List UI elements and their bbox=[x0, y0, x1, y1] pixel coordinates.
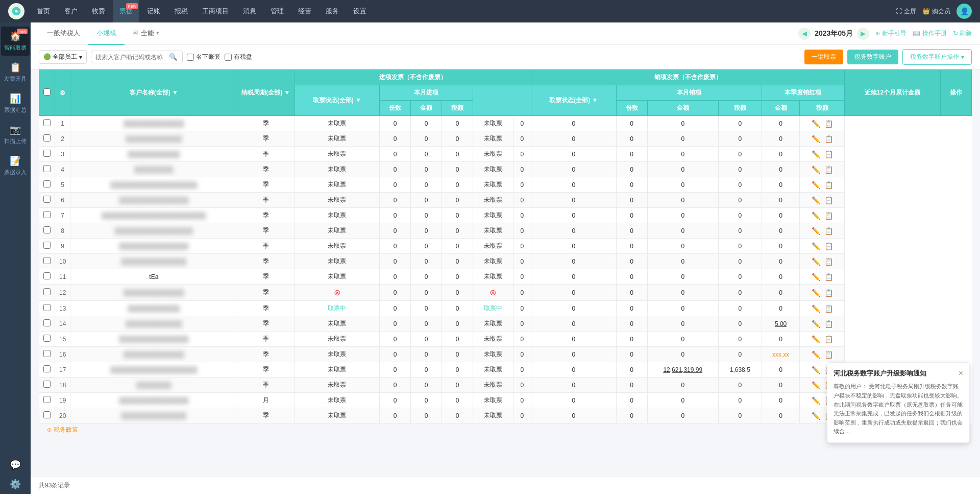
tax-account-ops-btn[interactable]: 税务数字账户操作 ▾ bbox=[902, 49, 972, 65]
filter-taxdisk-checkbox[interactable] bbox=[225, 54, 232, 61]
sidebar-item-invoice-entry[interactable]: 📝 票据录入 bbox=[1, 151, 30, 180]
th-out-status[interactable]: 取票状态(全部) ▼ bbox=[531, 85, 616, 116]
edit-icon[interactable]: ✏️ bbox=[812, 320, 820, 328]
edit-icon[interactable]: ✏️ bbox=[812, 366, 820, 374]
filter-account-label[interactable]: 名下账套 bbox=[187, 53, 220, 61]
nav-bookkeeping[interactable]: 记账 bbox=[141, 0, 166, 22]
fullscreen-btn[interactable]: ⛶ 全屏 bbox=[896, 7, 916, 16]
tab-all[interactable]: ♾ 全能 ▾ bbox=[125, 22, 167, 45]
new-guide-btn[interactable]: ⊕ 新手引导 bbox=[875, 29, 906, 38]
copy-icon[interactable]: 📋 bbox=[824, 211, 833, 220]
edit-icon[interactable]: ✏️ bbox=[812, 396, 820, 405]
popup-close-btn[interactable]: × bbox=[959, 369, 963, 378]
copy-icon[interactable]: 📋 bbox=[824, 289, 833, 297]
row-checkbox[interactable] bbox=[43, 335, 51, 342]
edit-icon[interactable]: ✏️ bbox=[812, 227, 820, 235]
th-in-status[interactable]: 取票状态(全部) ▼ bbox=[295, 85, 380, 116]
nav-message[interactable]: 消息 bbox=[237, 0, 262, 22]
edit-icon[interactable]: ✏️ bbox=[812, 412, 820, 420]
nav-manage[interactable]: 管理 bbox=[264, 0, 290, 22]
search-btn[interactable]: 🔍 bbox=[169, 53, 178, 61]
copy-icon[interactable]: 📋 bbox=[824, 181, 833, 189]
tab-general-taxpayer[interactable]: 一般纳税人 bbox=[39, 22, 88, 45]
nav-business[interactable]: 工商项目 bbox=[196, 0, 235, 22]
sidebar-item-chat[interactable]: 💬 bbox=[1, 455, 30, 475]
edit-icon[interactable]: ✏️ bbox=[812, 242, 820, 250]
row-checkbox[interactable] bbox=[43, 319, 51, 326]
employee-filter[interactable]: 🟢 全部员工 ▾ bbox=[39, 50, 87, 64]
row-checkbox[interactable] bbox=[43, 180, 51, 187]
row-checkbox[interactable] bbox=[43, 242, 51, 249]
row-checkbox[interactable] bbox=[43, 257, 51, 264]
copy-icon[interactable]: 📋 bbox=[824, 304, 833, 313]
edit-icon[interactable]: ✏️ bbox=[812, 381, 820, 389]
copy-icon[interactable]: 📋 bbox=[824, 335, 833, 343]
row-checkbox[interactable] bbox=[43, 211, 51, 218]
copy-icon[interactable]: 📋 bbox=[824, 196, 833, 204]
copy-icon[interactable]: 📋 bbox=[824, 120, 833, 128]
sidebar-item-scan-upload[interactable]: 📷 扫描上传 bbox=[1, 120, 30, 149]
th-customer-name[interactable]: 客户名称(全部) ▼ bbox=[70, 70, 237, 116]
sidebar-item-config[interactable]: ⚙️ bbox=[1, 475, 30, 494]
copy-icon[interactable]: 📋 bbox=[824, 320, 833, 328]
sidebar-item-invoice-summary[interactable]: 📊 票据汇总 bbox=[1, 89, 30, 118]
copy-icon[interactable]: 📋 bbox=[824, 227, 833, 235]
row-checkbox[interactable] bbox=[43, 119, 51, 126]
sidebar-item-smart-fetch[interactable]: 🏠 智能取票 new bbox=[1, 27, 30, 56]
row-checkbox[interactable] bbox=[43, 288, 51, 295]
operation-manual-btn[interactable]: 📖 操作手册 bbox=[913, 29, 946, 38]
row-checkbox[interactable] bbox=[43, 350, 51, 357]
row-checkbox[interactable] bbox=[43, 196, 51, 203]
edit-icon[interactable]: ✏️ bbox=[812, 181, 820, 189]
row-checkbox[interactable] bbox=[43, 365, 51, 372]
edit-icon[interactable]: ✏️ bbox=[812, 120, 820, 128]
filter-taxdisk-label[interactable]: 有税盘 bbox=[225, 53, 252, 61]
edit-icon[interactable]: ✏️ bbox=[812, 289, 820, 297]
nav-home[interactable]: 首页 bbox=[31, 0, 56, 22]
row-checkbox[interactable] bbox=[43, 165, 51, 172]
edit-icon[interactable]: ✏️ bbox=[812, 196, 820, 204]
nav-operation[interactable]: 经营 bbox=[292, 0, 317, 22]
search-input[interactable] bbox=[95, 54, 167, 61]
edit-icon[interactable]: ✏️ bbox=[812, 135, 820, 143]
next-month-btn[interactable]: ▶ bbox=[857, 28, 869, 40]
copy-icon[interactable]: 📋 bbox=[824, 242, 833, 250]
nav-customer[interactable]: 客户 bbox=[58, 0, 84, 22]
refresh-btn[interactable]: ↻ 刷新 bbox=[953, 29, 972, 38]
user-avatar[interactable]: 👤 bbox=[957, 4, 972, 19]
row-checkbox[interactable] bbox=[43, 226, 51, 233]
tax-account-btn[interactable]: 税务数字账户 bbox=[847, 50, 898, 64]
row-checkbox[interactable] bbox=[43, 411, 51, 418]
copy-icon[interactable]: 📋 bbox=[824, 150, 833, 158]
row-checkbox[interactable] bbox=[43, 396, 51, 403]
edit-icon[interactable]: ✏️ bbox=[812, 304, 820, 313]
edit-icon[interactable]: ✏️ bbox=[812, 166, 820, 174]
nav-invoice[interactable]: 票据new bbox=[113, 0, 139, 22]
edit-icon[interactable]: ✏️ bbox=[812, 335, 820, 343]
th-tax-cycle[interactable]: 纳税周期(全部) ▼ bbox=[237, 70, 295, 116]
copy-icon[interactable]: 📋 bbox=[824, 350, 833, 359]
edit-icon[interactable]: ✏️ bbox=[812, 273, 820, 281]
row-checkbox[interactable] bbox=[43, 304, 51, 311]
nav-billing[interactable]: 收费 bbox=[86, 0, 111, 22]
edit-icon[interactable]: ✏️ bbox=[812, 350, 820, 359]
member-btn[interactable]: 👑 购会员 bbox=[922, 7, 950, 16]
one-click-fetch-btn[interactable]: 一键取票 bbox=[804, 50, 843, 64]
edit-icon[interactable]: ✏️ bbox=[812, 257, 820, 266]
copy-icon[interactable]: 📋 bbox=[824, 257, 833, 266]
row-checkbox[interactable] bbox=[43, 272, 51, 279]
nav-settings[interactable]: 设置 bbox=[347, 0, 373, 22]
copy-icon[interactable]: 📋 bbox=[824, 273, 833, 281]
copy-icon[interactable]: 📋 bbox=[824, 135, 833, 143]
filter-account-checkbox[interactable] bbox=[187, 54, 194, 61]
tab-small-scale[interactable]: 小规模 bbox=[88, 22, 125, 45]
edit-icon[interactable]: ✏️ bbox=[812, 150, 820, 158]
row-checkbox[interactable] bbox=[43, 150, 51, 157]
edit-icon[interactable]: ✏️ bbox=[812, 211, 820, 220]
nav-service[interactable]: 服务 bbox=[320, 0, 345, 22]
row-checkbox[interactable] bbox=[43, 134, 51, 142]
prev-month-btn[interactable]: ◀ bbox=[798, 28, 811, 40]
row-checkbox[interactable] bbox=[43, 381, 51, 388]
sidebar-item-invoice-open[interactable]: 📋 发票开具 bbox=[1, 58, 30, 87]
copy-icon[interactable]: 📋 bbox=[824, 166, 833, 174]
